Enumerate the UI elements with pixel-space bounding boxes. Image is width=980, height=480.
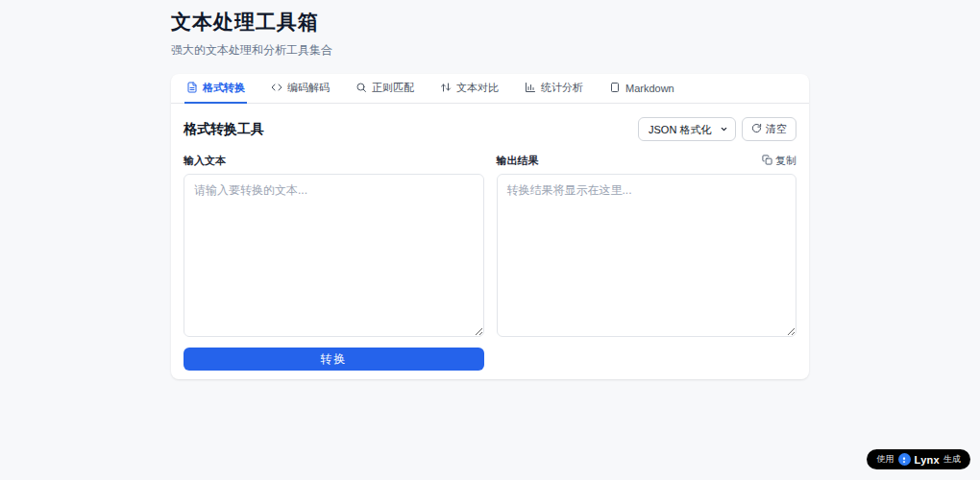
tab-text-diff[interactable]: 文本对比 [438,74,501,104]
tab-label: 文本对比 [456,81,499,95]
tab-label: 正则匹配 [372,81,414,95]
copy-button-label: 复制 [775,154,796,168]
badge-suffix: 生成 [943,453,961,466]
clear-button[interactable]: 清空 [742,117,796,141]
document-icon [609,82,621,95]
input-label-row: 输入文本 [184,154,484,167]
lynx-logo-icon [898,453,911,466]
panel-controls: JSON 格式化 清空 [638,117,796,141]
page-subtitle: 强大的文本处理和分析工具集合 [171,42,809,59]
copy-button[interactable]: 复制 [762,154,796,168]
input-textarea[interactable] [184,174,484,337]
search-icon [355,82,367,95]
input-label: 输入文本 [184,154,226,168]
clear-button-label: 清空 [766,122,787,136]
io-grid: 输入文本 转换 输出结果 复制 [184,154,796,371]
copy-icon [762,155,772,167]
panel-title: 格式转换工具 [184,121,264,138]
toolbox-card: 格式转换 编码解码 正则匹配 文本对比 [171,74,809,379]
tab-encode-decode[interactable]: 编码解码 [269,74,331,104]
tab-markdown[interactable]: Markdown [607,74,676,104]
refresh-icon [751,123,762,135]
code-icon [271,82,282,95]
tab-label: Markdown [625,83,674,94]
tab-label: 格式转换 [203,81,245,95]
format-mode-select[interactable]: JSON 格式化 [638,117,736,141]
lynx-attribution-badge[interactable]: 使用 Lynx 生成 [867,449,970,469]
tab-label: 编码解码 [287,81,330,95]
format-convert-panel: 格式转换工具 JSON 格式化 清空 [171,104,809,379]
tab-format-convert[interactable]: 格式转换 [184,74,247,104]
output-column: 输出结果 复制 [497,154,797,371]
output-label-row: 输出结果 复制 [497,154,797,167]
tab-bar: 格式转换 编码解码 正则匹配 文本对比 [171,74,809,104]
tab-regex-match[interactable]: 正则匹配 [354,74,416,104]
badge-prefix: 使用 [877,453,894,466]
main-container: 文本处理工具箱 强大的文本处理和分析工具集合 格式转换 编码解码 正则匹配 [171,0,809,379]
tab-statistics[interactable]: 统计分析 [523,74,585,104]
bar-chart-icon [525,82,536,95]
format-select-wrap: JSON 格式化 [638,117,736,141]
badge-brand: Lynx [915,454,940,466]
convert-button[interactable]: 转换 [184,348,484,371]
panel-header: 格式转换工具 JSON 格式化 清空 [184,117,796,141]
page-title: 文本处理工具箱 [171,9,809,36]
tab-label: 统计分析 [541,81,583,95]
input-column: 输入文本 转换 [184,154,484,371]
file-text-icon [186,82,198,95]
output-textarea[interactable] [497,174,797,337]
swap-icon [440,82,452,95]
output-label: 输出结果 [497,154,539,168]
